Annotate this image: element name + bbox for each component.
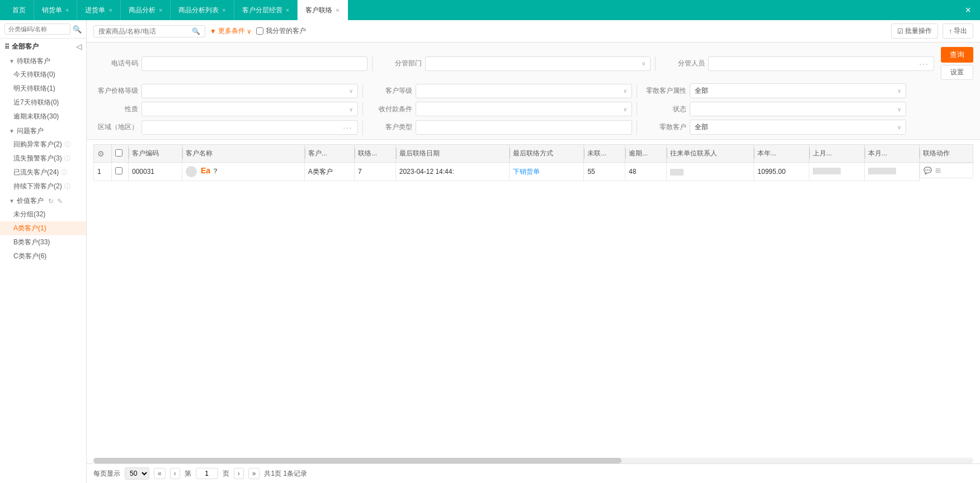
per-page-select[interactable]: 50 xyxy=(125,467,149,480)
scrollbar-thumb[interactable] xyxy=(93,458,621,463)
edit-icon[interactable]: ✎ xyxy=(57,197,63,205)
table-row: 1 000031 Ea ？ A类客户 7 2023-04-12 14:44: xyxy=(94,163,973,181)
price-tier-dropdown[interactable]: ∨ xyxy=(142,84,358,98)
horizontal-scrollbar[interactable] xyxy=(93,458,973,463)
sidebar-item-churned[interactable]: 已流失客户(24) ⓘ xyxy=(0,165,86,179)
sidebar-item-churn-warning[interactable]: 流失预警客户(3) ⓘ xyxy=(0,151,86,165)
filter-search-box[interactable]: 🔍 xyxy=(93,25,205,37)
close-customer-tier-tab[interactable]: × xyxy=(286,7,289,13)
filter-nature: 性质 ∨ xyxy=(93,102,358,116)
first-page-button[interactable]: « xyxy=(154,468,166,479)
row-code: 000031 xyxy=(129,163,182,181)
nav-customer-tier[interactable]: 客户分层经营 × xyxy=(234,0,298,20)
all-customers-title[interactable]: ⠿ 全部客户 ◁ xyxy=(0,39,86,54)
arrow-down-icon3: ▼ xyxy=(9,198,15,204)
sidebar-search-icon[interactable]: 🔍 xyxy=(73,25,82,34)
col-settings[interactable]: ⚙ xyxy=(94,145,112,163)
close-product-list-tab[interactable]: × xyxy=(222,7,225,13)
sidebar-group-problem[interactable]: ▼ 问题客户 xyxy=(0,124,86,138)
sidebar-item-repurchase[interactable]: 回购异常客户(2) ⓘ xyxy=(0,138,86,151)
sidebar-group-pending[interactable]: ▼ 待联络客户 xyxy=(0,54,86,68)
filter-manager: 分管人员 ··· xyxy=(660,56,934,71)
phone-input[interactable] xyxy=(142,56,368,71)
retail-dropdown[interactable]: 全部 ∨ xyxy=(690,120,906,135)
close-sales-tab[interactable]: × xyxy=(65,7,69,13)
row-index: 1 xyxy=(94,163,112,181)
close-customer-contact-tab[interactable]: × xyxy=(336,7,339,13)
customer-tier-dropdown[interactable]: ∨ xyxy=(416,84,632,98)
payment-dropdown[interactable]: ∨ xyxy=(416,102,632,116)
setting-button[interactable]: 设置 xyxy=(941,65,973,80)
row-select-checkbox[interactable] xyxy=(115,167,123,174)
row-company-contact xyxy=(666,163,754,181)
select-all-checkbox[interactable] xyxy=(115,149,123,157)
query-button[interactable]: 查询 xyxy=(941,47,973,63)
nature-dropdown[interactable]: ∨ xyxy=(142,102,358,116)
customer-type-input[interactable] xyxy=(416,120,632,135)
sidebar-item-class-a[interactable]: A类客户(1) xyxy=(0,221,86,235)
prev-page-button[interactable]: ‹ xyxy=(170,468,180,479)
sidebar-item-class-c[interactable]: C类客户(6) xyxy=(0,249,86,263)
row-checkbox[interactable] xyxy=(112,163,129,181)
filter-customer-tier: 客户等级 ∨ xyxy=(368,84,632,98)
window-close-button[interactable]: × xyxy=(960,4,976,16)
status-dropdown[interactable]: ∨ xyxy=(690,102,906,116)
nav-purchase[interactable]: 进货单 × xyxy=(77,0,120,20)
row-name: Ea ？ xyxy=(182,163,304,181)
sidebar-search-input[interactable] xyxy=(4,23,70,35)
info-icon4: ⓘ xyxy=(64,182,70,191)
sidebar-item-class-b[interactable]: B类客户(33) xyxy=(0,235,86,249)
chevron-down-icon: ∨ xyxy=(247,27,252,35)
close-purchase-tab[interactable]: × xyxy=(109,7,112,13)
sidebar-item-tomorrow[interactable]: 明天待联络(1) xyxy=(0,82,86,96)
retail-attr-dropdown[interactable]: 全部 ∨ xyxy=(690,83,906,98)
data-table-container: ⚙ 客户编码 客户名称 xyxy=(87,140,980,458)
page-label: 第 xyxy=(185,469,191,479)
next-page-button[interactable]: › xyxy=(234,468,244,479)
top-navigation: 首页 销货单 × 进货单 × 商品分析 × 商品分析列表 × 客户分层经营 × … xyxy=(0,0,980,20)
col-overdue: 逾期... xyxy=(625,145,667,163)
chevron-down-icon4: ∨ xyxy=(897,88,901,94)
sidebar-item-declining[interactable]: 持续下滑客户(2) ⓘ xyxy=(0,179,86,193)
page-number-input[interactable] xyxy=(196,468,218,479)
col-this-month: 本月... xyxy=(864,145,920,163)
refresh-icon[interactable]: ↻ xyxy=(48,197,54,205)
filter-more-button[interactable]: ▼ 更多条件 ∨ xyxy=(210,26,252,36)
batch-operation-button[interactable]: ☑ 批量操作 xyxy=(891,23,938,39)
col-last-date: 最后联络日期 xyxy=(395,145,510,163)
sidebar-item-7days[interactable]: 近7天待联络(0) xyxy=(0,96,86,110)
filter-search-input[interactable] xyxy=(98,27,190,35)
sidebar-search-area: 🔍 xyxy=(0,20,86,39)
dept-dropdown[interactable]: ∨ xyxy=(425,56,651,71)
chat-icon[interactable]: 💬 xyxy=(924,167,932,174)
last-page-button[interactable]: » xyxy=(248,468,260,479)
nav-sales[interactable]: 销货单 × xyxy=(34,0,77,20)
filter-row-3: 性质 ∨ 收付款条件 ∨ 状态 ∨ xyxy=(93,102,973,116)
my-customers-check[interactable] xyxy=(256,27,263,35)
settings-icon[interactable]: ⚙ xyxy=(97,149,105,158)
grid-icon[interactable]: ⊞ xyxy=(935,167,941,174)
filter-row-4: 区域（地区） ··· 客户类型 零散客户 全部 ∨ xyxy=(93,120,973,135)
nav-product-list[interactable]: 商品分析列表 × xyxy=(171,0,234,20)
sidebar-item-unclassified[interactable]: 未分组(32) xyxy=(0,207,86,221)
chevron-down-icon7: ∨ xyxy=(897,106,901,112)
export-button[interactable]: ↑ 导出 xyxy=(943,23,973,39)
row-contact: 7 xyxy=(355,163,396,181)
region-input[interactable]: ··· xyxy=(142,120,358,135)
col-name: 客户名称 xyxy=(182,145,304,163)
filter-row-2: 客户价格等级 ∨ 客户等级 ∨ 零散客户属性 全部 xyxy=(93,83,973,98)
nav-customer-contact[interactable]: 客户联络 × xyxy=(298,0,347,20)
row-last-method[interactable]: 下销货单 xyxy=(510,163,584,181)
my-customers-checkbox[interactable]: 我分管的客户 xyxy=(256,26,306,36)
close-product-tab[interactable]: × xyxy=(159,7,162,13)
filter-price-tier: 客户价格等级 ∨ xyxy=(93,84,358,98)
sidebar-item-today[interactable]: 今天待联络(0) xyxy=(0,68,86,82)
nav-product-analysis[interactable]: 商品分析 × xyxy=(121,0,171,20)
sidebar-group-value[interactable]: ▼ 价值客户 ↻ ✎ xyxy=(0,193,86,207)
advanced-filter-panel: 电话号码 分管部门 ∨ 分管人员 ··· xyxy=(87,42,980,140)
nav-home[interactable]: 首页 xyxy=(4,0,34,20)
ellipsis-icon2: ··· xyxy=(343,123,353,132)
sidebar-item-overdue[interactable]: 逾期未联络(30) xyxy=(0,110,86,124)
manager-input[interactable]: ··· xyxy=(708,56,934,71)
sidebar-fold-button[interactable]: ◁ xyxy=(76,42,82,51)
